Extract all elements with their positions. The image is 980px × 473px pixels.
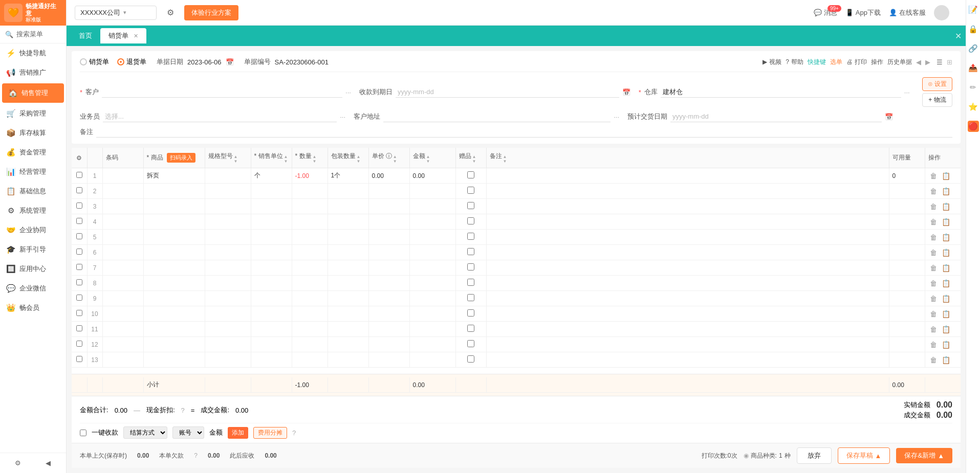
row-unit[interactable] — [251, 184, 292, 199]
row-gift[interactable] — [455, 260, 486, 276]
settings-button[interactable]: ⊙ 设置 — [922, 77, 952, 91]
row-unit[interactable] — [251, 337, 292, 352]
row-remark[interactable] — [486, 291, 889, 306]
row-gift[interactable] — [455, 291, 486, 306]
row-qty[interactable] — [292, 306, 328, 322]
help-button[interactable]: ? 帮助 — [786, 58, 803, 66]
sidebar-item-appstore[interactable]: 🔲 应用中心 — [0, 259, 66, 279]
row-amount[interactable] — [409, 230, 455, 245]
delete-row-icon[interactable]: 🗑 — [930, 279, 937, 287]
row-remark[interactable] — [486, 322, 889, 337]
gift-checkbox[interactable] — [467, 202, 474, 209]
delete-row-icon[interactable]: 🗑 — [930, 233, 937, 241]
row-price[interactable] — [368, 352, 409, 368]
warehouse-input[interactable] — [661, 86, 901, 98]
sidebar-item-marketing[interactable]: 📢 营销推广 — [0, 63, 66, 82]
sidebar-settings-btn[interactable]: ⚙ — [4, 457, 32, 469]
search-menu-item[interactable]: 🔍 搜索菜单 — [0, 26, 66, 43]
row-amount[interactable] — [409, 276, 455, 291]
row-spec[interactable] — [205, 276, 251, 291]
row-product[interactable] — [143, 184, 205, 199]
row-unit[interactable] — [251, 322, 292, 337]
tab-home[interactable]: 首页 — [71, 28, 100, 43]
copy-row-icon[interactable]: 📋 — [942, 295, 950, 303]
copy-row-icon[interactable]: 📋 — [942, 325, 950, 333]
row-unit[interactable] — [251, 306, 292, 322]
message-button[interactable]: 💬 消息 99+ — [814, 8, 837, 17]
copy-row-icon[interactable]: 📋 — [942, 356, 950, 364]
sidebar-item-wecom[interactable]: 💬 企业微信 — [0, 279, 66, 298]
row-amount[interactable] — [409, 322, 455, 337]
next-record-icon[interactable]: ▶ — [925, 58, 930, 66]
row-amount[interactable] — [409, 260, 455, 276]
row-checkbox[interactable] — [76, 202, 82, 209]
rp-edit-icon[interactable]: ✏ — [968, 82, 979, 93]
row-pack-qty[interactable]: 1个 — [328, 168, 368, 184]
th-settings[interactable]: ⚙ — [72, 148, 87, 168]
warehouse-select-icon[interactable]: ··· — [904, 88, 910, 96]
delete-row-icon[interactable]: 🗑 — [930, 264, 937, 272]
row-price[interactable] — [368, 322, 409, 337]
rp-note-icon[interactable]: 📝 — [968, 4, 979, 15]
row-product[interactable] — [143, 276, 205, 291]
row-product[interactable] — [143, 230, 205, 245]
estimated-date-input[interactable] — [670, 111, 882, 122]
gift-checkbox[interactable] — [467, 325, 474, 332]
row-remark[interactable] — [486, 276, 889, 291]
row-remark[interactable] — [486, 230, 889, 245]
row-amount[interactable] — [409, 352, 455, 368]
rp-lock-icon[interactable]: 🔒 — [968, 24, 979, 35]
delete-row-icon[interactable]: 🗑 — [930, 356, 937, 364]
row-remark[interactable] — [486, 306, 889, 322]
row-price[interactable] — [368, 245, 409, 260]
row-spec[interactable] — [205, 245, 251, 260]
row-pack-qty[interactable] — [328, 291, 368, 306]
row-settings-icon[interactable] — [72, 214, 87, 230]
row-unit[interactable] — [251, 230, 292, 245]
estimated-calendar-icon[interactable]: 📅 — [885, 113, 893, 121]
row-unit[interactable] — [251, 199, 292, 214]
row-remark[interactable] — [486, 352, 889, 368]
row-price[interactable] — [368, 276, 409, 291]
row-spec[interactable] — [205, 291, 251, 306]
row-spec[interactable] — [205, 230, 251, 245]
row-remark[interactable] — [486, 260, 889, 276]
row-pack-qty[interactable] — [328, 276, 368, 291]
list-view-icon[interactable]: ☰ — [937, 58, 943, 66]
row-checkbox[interactable] — [76, 218, 82, 224]
row-qty[interactable] — [292, 260, 328, 276]
row-amount[interactable] — [409, 184, 455, 199]
scan-input-button[interactable]: 扫码录入 — [167, 153, 195, 163]
sidebar-item-inventory[interactable]: 📦 库存核算 — [0, 123, 66, 143]
gift-checkbox[interactable] — [467, 309, 474, 317]
operations-button[interactable]: 操作 — [871, 58, 883, 66]
row-barcode[interactable] — [102, 337, 143, 352]
row-gift[interactable] — [455, 230, 486, 245]
row-pack-qty[interactable] — [328, 230, 368, 245]
row-pack-qty[interactable] — [328, 214, 368, 230]
due-date-input[interactable] — [396, 86, 619, 98]
row-spec[interactable] — [205, 352, 251, 368]
row-checkbox[interactable] — [76, 233, 82, 239]
delete-row-icon[interactable]: 🗑 — [930, 172, 937, 180]
row-barcode[interactable] — [102, 291, 143, 306]
row-price[interactable] — [368, 306, 409, 322]
sidebar-item-member[interactable]: 👑 畅会员 — [0, 298, 66, 318]
row-barcode[interactable] — [102, 352, 143, 368]
row-settings-icon[interactable] — [72, 291, 87, 306]
return-order-radio[interactable]: 退货单 — [117, 57, 146, 66]
copy-row-icon[interactable]: 📋 — [942, 202, 950, 211]
row-product[interactable] — [143, 352, 205, 368]
sale-order-radio[interactable]: 销货单 — [80, 57, 109, 66]
delete-row-icon[interactable]: 🗑 — [930, 187, 937, 195]
sidebar-item-base[interactable]: 📋 基础信息 — [0, 182, 66, 201]
row-checkbox[interactable] — [76, 172, 82, 178]
gift-checkbox[interactable] — [467, 187, 474, 194]
row-barcode[interactable] — [102, 322, 143, 337]
row-product[interactable] — [143, 245, 205, 260]
payment-method-select[interactable]: 结算方式 — [123, 426, 167, 439]
row-gift[interactable] — [455, 245, 486, 260]
row-amount[interactable] — [409, 306, 455, 322]
tab-close-icon[interactable]: ✕ — [134, 33, 138, 39]
row-settings-icon[interactable] — [72, 199, 87, 214]
